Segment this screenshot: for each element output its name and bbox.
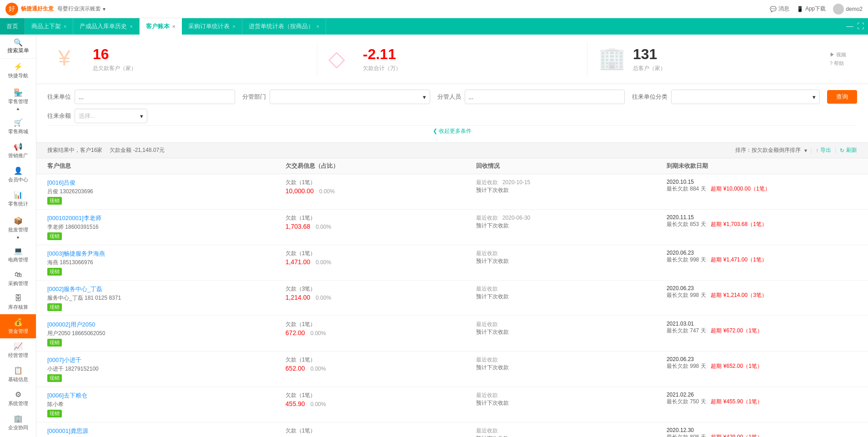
tab-close-product-shelf[interactable]: × [64,24,66,29]
tab-close-product-history[interactable]: × [130,24,132,29]
table-header: 客户信息 欠交易信息（占比） 回收情况 到期未收款日期 [36,158,868,174]
sidebar-item-retail-mgmt[interactable]: 🏪 零售管理 ▲ [0,85,36,115]
sidebar-nav-label: 快捷导航 [8,72,28,79]
tab-purchase-order[interactable]: 采购订单统计表 × [182,18,242,35]
help-btn[interactable]: ? 帮助 [830,60,846,67]
overdue-link-3[interactable]: 超期 ¥1,214.00（3笔） [711,292,767,298]
sidebar-item-inventory[interactable]: 🗄 库存核算 [0,291,36,314]
tab-close-customer-account[interactable]: × [172,24,175,29]
sidebar-item-guide[interactable]: 📖 新手引导 [0,435,36,437]
debt-amount-1[interactable]: 1,703.68 [286,223,311,230]
debt-amount-3[interactable]: 1,214.00 [286,294,311,301]
tab-close-purchase-order[interactable]: × [232,24,235,29]
debt-amount-4[interactable]: 672.00 [286,329,305,337]
sidebar-item-enterprise[interactable]: 🏢 企业协同 [0,411,36,435]
customer-name-1[interactable]: [0001020001]李老师 [47,214,286,222]
debt-amount-0[interactable]: 10,000.00 [286,187,314,195]
sidebar-item-ecommerce[interactable]: 💻 电商管理 [0,243,36,267]
dept-select[interactable]: ▾ [270,90,430,104]
from-unit-input[interactable]: ... [75,90,235,104]
recovery-cell-1: 最近收款 2020-06-30 预计下次收款 [476,214,667,230]
debt-customers-value: 16 [93,46,136,63]
tab-bar-actions: — ⛶ [846,18,868,35]
customer-name-6[interactable]: [0006]去下粮仓 [47,392,286,400]
overdue-info-2: 最长欠款 998 天 超期 ¥1,471.00（1笔） [667,256,857,264]
debt-label-4: 欠款（1笔） [286,321,476,328]
collapse-btn[interactable]: ❮ 收起更多条件 [47,125,857,137]
sidebar-item-purchase[interactable]: 🛍 采购管理 [0,267,36,291]
col-customer-info: 客户信息 [47,162,286,170]
tab-inventory-stats[interactable]: 进货单统计表（按商品） × [242,18,326,35]
sidebar-batch-mgmt-label: 批发管理 [8,226,28,233]
tab-minimize-btn[interactable]: — [846,22,853,30]
overdue-link-1[interactable]: 超期 ¥1,703.68（1笔） [711,221,767,227]
tab-customer-account-label: 客户账本 [146,22,170,30]
sidebar-item-system[interactable]: ⚙ 系统管理 [0,387,36,411]
sidebar-item-nav[interactable]: ⚡ 快捷导航 [0,59,36,83]
customer-name-0[interactable]: [0016]吕俊 [47,179,286,187]
store-selector[interactable]: 母婴行业演示账套 ▾ [57,5,105,13]
sidebar-item-retail-mall[interactable]: 🛒 零售商城 [0,115,36,139]
customer-name-3[interactable]: [0002]服务中心_丁磊 [47,285,286,293]
recovery-label-7: 最近收款 [476,427,667,435]
debt-label-0: 欠款（1笔） [286,179,476,186]
recovery-label-6: 最近收款 [476,392,667,399]
customer-name-7[interactable]: [000001]龚思源 [47,427,286,435]
sidebar-item-retail-stats[interactable]: 📊 零售统计 [0,187,36,211]
diamond-icon: ◇ [328,45,356,73]
overdue-cell-3: 2020.06.23 最长欠款 998 天 超期 ¥1,214.00（3笔） [667,285,857,299]
tab-customer-account[interactable]: 客户账本 × [140,18,182,35]
debt-cell-3: 欠款（3笔） 1,214.00 0.00% [286,285,476,301]
tab-home[interactable]: 首页 [0,18,25,35]
recovery-cell-0: 最近收款 2020-10-15 预计下次收款 [476,179,667,194]
help-label: 帮助 [834,60,844,66]
debt-amount-6[interactable]: 455.90 [286,400,305,407]
query-button[interactable]: 查询 [827,90,857,104]
sidebar-item-member[interactable]: 👤 会员中心 [0,163,36,187]
sidebar-item-marketing[interactable]: 📢 营销推广 [0,139,36,163]
overdue-link-5[interactable]: 超期 ¥652.00（1笔） [711,363,762,369]
video-btn[interactable]: ▶ 视频 [830,51,846,58]
sidebar-item-finance[interactable]: 💰 资金管理 [0,314,36,338]
building-icon: 🏢 [598,45,626,73]
person-input[interactable]: ... [465,90,625,104]
purchase-icon: 🛍 [15,271,22,279]
sidebar-item-batch-mgmt[interactable]: 📦 批发管理 ▲ [0,213,36,243]
debt-percent-0: 0.00% [319,188,335,195]
user-menu[interactable]: demo2 [833,4,863,15]
sidebar-item-basic-info[interactable]: 📋 基础信息 [0,362,36,387]
tab-product-history[interactable]: 产成品入库单历史 × [73,18,139,35]
recovery-label-2: 最近收款 [476,250,667,257]
sidebar-item-operations[interactable]: 📈 经营管理 [0,338,36,362]
overdue-link-4[interactable]: 超期 ¥672.00（1笔） [711,327,762,334]
overdue-link-2[interactable]: 超期 ¥1,471.00（1笔） [711,256,767,263]
dept-arrow-icon: ▾ [423,94,426,100]
debt-row-4: 672.00 0.00% [286,329,476,337]
tab-product-shelf[interactable]: 商品上下架 × [25,18,73,35]
balance-select[interactable]: 选择... ▾ [75,109,147,123]
customer-name-4[interactable]: [000002]用户2050 [47,321,286,329]
export-btn[interactable]: ↑ 导出 [816,146,831,154]
recovery-cell-7: 最近收款 预计下次收款 [476,427,667,437]
debt-amount-2[interactable]: 1,471.00 [286,258,311,266]
overdue-link-6[interactable]: 超期 ¥455.90（1笔） [711,398,762,405]
debt-amount-5[interactable]: 652.00 [286,365,305,372]
overdue-info-1: 最长欠款 853 天 超期 ¥1,703.68（1笔） [667,221,857,228]
unit-class-select[interactable]: ▾ [671,90,820,104]
refresh-btn[interactable]: ↻ 刷新 [840,146,857,154]
separator-2: | [835,147,836,154]
message-btn[interactable]: 💬 消息 [770,5,789,13]
overdue-link-7[interactable]: 超期 ¥429.00（1笔） [711,434,762,437]
customer-name-5[interactable]: [0007]小进千 [47,356,286,364]
tab-close-inventory-stats[interactable]: × [316,24,319,29]
balance-arrow-icon: ▾ [140,113,143,120]
overdue-link-0[interactable]: 超期 ¥10,000.00（1笔） [711,186,770,192]
customer-name-2[interactable]: [0003]畅捷服务尹海燕 [47,250,286,258]
app-download-btn[interactable]: 📱 App下载 [797,5,826,13]
overdue-days-0: 最长欠款 884 天 [667,186,706,192]
col-overdue-date: 到期未收款日期 [667,162,857,170]
table-row: [0002]服务中心_丁磊 服务中心_丁磊 181 0125 8371 现销 欠… [36,281,868,316]
tab-maximize-btn[interactable]: ⛶ [857,22,864,30]
customer-cell-7: [000001]龚思源 龚思源 13552700226 现销 [47,427,286,437]
sidebar-search[interactable]: 🔍 搜索菜单 [0,35,36,59]
